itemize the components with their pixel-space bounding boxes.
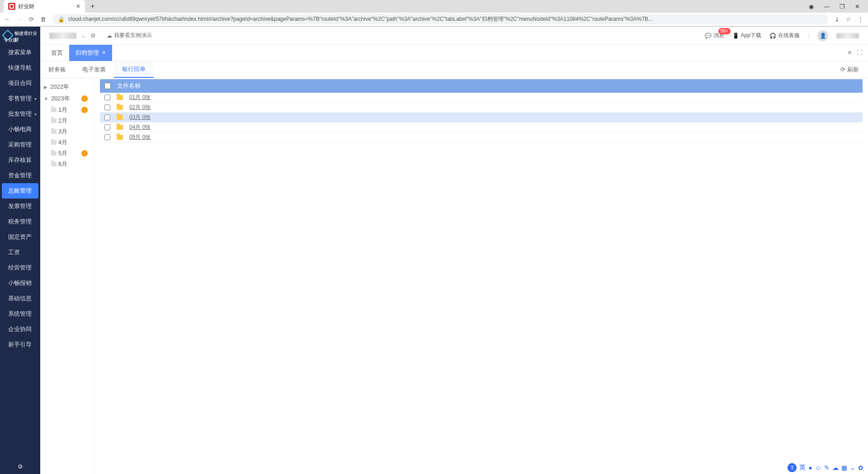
tab-close-icon[interactable]: ✕	[102, 50, 106, 56]
alert-badge: i	[81, 150, 88, 156]
file-link[interactable]: 05月 0张	[129, 133, 151, 141]
demo-link[interactable]: ☁ 我要看实例演示	[107, 32, 152, 39]
app-download-label: App下载	[741, 32, 761, 39]
table-row[interactable]: 01月 0张	[100, 93, 863, 103]
minimize-icon[interactable]: —	[824, 3, 830, 10]
file-link[interactable]: 02月 0张	[129, 104, 151, 111]
customer-service-button[interactable]: 🎧 在线客服	[769, 32, 800, 39]
sidebar-item[interactable]: 固定资产	[0, 229, 40, 245]
content: 首页 归档管理 ✕ ✕ ⛶ 财务账 电子发票 银行回单 ⟳ 刷新 ▶	[40, 45, 868, 474]
tree-month[interactable]: 3月	[40, 126, 94, 137]
phone-icon: 📱	[732, 33, 739, 39]
tab-home-label: 首页	[51, 49, 63, 57]
browser-tab[interactable]: 好业财 ✕	[4, 0, 85, 13]
chevron-down-icon: ▾	[34, 96, 37, 101]
sidebar-item[interactable]: 采购管理	[0, 137, 40, 152]
ime-dot-icon[interactable]: ●	[808, 464, 812, 471]
row-checkbox[interactable]	[104, 134, 110, 140]
select-all-checkbox[interactable]	[104, 83, 111, 89]
install-icon[interactable]: ⤓	[835, 16, 840, 23]
forward-icon[interactable]: →	[17, 16, 23, 23]
tree-month[interactable]: 2月	[40, 115, 94, 126]
ime-cloud-icon[interactable]: ☁	[832, 464, 839, 471]
address-bar: ← → ⟳ 🗑 🔒 cloud.chanjet.com/cc/u6d89qwnr…	[0, 13, 868, 26]
table-row[interactable]: 05月 0张	[100, 133, 863, 142]
back-icon[interactable]: ←	[5, 16, 10, 23]
table-row[interactable]: 02月 0张	[100, 103, 863, 113]
sidebar-item[interactable]: 项目合同	[0, 76, 40, 91]
trash-icon[interactable]: 🗑	[40, 16, 46, 23]
sidebar-item[interactable]: 经营管理	[0, 260, 40, 275]
new-tab-button[interactable]: +	[85, 2, 100, 10]
ime-grid-icon[interactable]: ▦	[841, 464, 847, 471]
tree-month[interactable]: 6月	[40, 159, 94, 170]
table-row[interactable]: 03月 0张	[100, 113, 863, 123]
sidebar-item[interactable]: 零售管理▾	[0, 91, 40, 106]
folder-icon	[117, 135, 123, 140]
messages-button[interactable]: 💬 消息 99+	[705, 32, 724, 39]
file-link[interactable]: 04月 0张	[129, 123, 151, 131]
folder-icon	[51, 129, 57, 134]
tab-home[interactable]: 首页	[45, 45, 69, 61]
sidebar-item[interactable]: 库存核算	[0, 152, 40, 168]
ime-down-icon[interactable]: ⌄	[850, 464, 855, 471]
refresh-button[interactable]: ⟳ 刷新	[831, 61, 868, 78]
org-selector[interactable]: ⌄ ⚙	[49, 32, 96, 39]
close-all-tabs-icon[interactable]: ✕	[847, 49, 852, 56]
tree-year-2022[interactable]: ▶ 2022年	[40, 81, 94, 93]
gear-icon[interactable]: ⚙	[90, 32, 96, 39]
sidebar-item[interactable]: 资金管理	[0, 168, 40, 183]
file-link[interactable]: 01月 0张	[129, 94, 151, 101]
sidebar-item[interactable]: 税务管理	[0, 214, 40, 229]
star-icon[interactable]: ☆	[846, 16, 851, 23]
sidebar-item[interactable]: 工资	[0, 245, 40, 260]
sidebar-item[interactable]: 系统管理	[0, 306, 40, 322]
avatar[interactable]: 👤	[817, 30, 828, 41]
sidebar-item[interactable]: 新手引导	[0, 337, 40, 352]
row-checkbox[interactable]	[104, 114, 110, 120]
sidebar-settings[interactable]: ⚙	[0, 459, 40, 474]
favicon-icon	[8, 3, 15, 10]
ime-pill[interactable]: 王	[788, 463, 797, 472]
tree-month[interactable]: 4月	[40, 137, 94, 148]
subtab-finance[interactable]: 财务账	[40, 61, 74, 78]
tree-month[interactable]: 1月i	[40, 104, 94, 115]
cloud-icon: ☁	[107, 33, 112, 39]
sidebar-item[interactable]: 快捷导航	[0, 60, 40, 76]
subtab-einvoice[interactable]: 电子发票	[74, 61, 114, 78]
sidebar-item[interactable]: 总账管理	[2, 183, 38, 199]
maximize-icon[interactable]: ❐	[840, 3, 845, 10]
incognito-icon[interactable]: ◉	[809, 3, 814, 10]
ime-smile-icon[interactable]: ☺	[815, 464, 821, 471]
row-checkbox[interactable]	[104, 104, 110, 110]
sidebar-item[interactable]: 搜索菜单	[0, 45, 40, 60]
tab-close-icon[interactable]: ✕	[76, 3, 80, 9]
table-row[interactable]: 04月 0张	[100, 123, 863, 133]
refresh-icon: ⟳	[840, 66, 845, 73]
tree-year-2023[interactable]: ▼ 2023年 i	[40, 93, 94, 104]
sidebar-item[interactable]: 基础信息	[0, 291, 40, 306]
headset-icon: 🎧	[769, 33, 776, 39]
sidebar-item[interactable]: 小畅电商	[0, 122, 40, 137]
row-checkbox[interactable]	[104, 95, 110, 100]
ime-gear-icon[interactable]: ✿	[858, 464, 863, 471]
ime-edit-icon[interactable]: ✎	[824, 464, 830, 471]
menu-icon[interactable]: ⋮	[858, 16, 863, 23]
app-download-button[interactable]: 📱 App下载	[732, 32, 761, 39]
file-link[interactable]: 03月 0张	[129, 114, 151, 121]
url-box[interactable]: 🔒 cloud.chanjet.com/cc/u6d89qwnryel/57bf…	[52, 14, 828, 24]
ime-lang[interactable]: 英	[799, 464, 806, 472]
tree-2023-label: 2023年	[51, 95, 70, 103]
sidebar-item[interactable]: 企业协同	[0, 322, 40, 337]
tree-month[interactable]: 5月i	[40, 148, 94, 159]
reload-icon[interactable]: ⟳	[29, 16, 34, 23]
sidebar-item[interactable]: 发票管理	[0, 199, 40, 214]
logo[interactable]: 畅捷通好业财 专业版	[0, 27, 40, 45]
close-window-icon[interactable]: ✕	[855, 3, 860, 10]
fullscreen-icon[interactable]: ⛶	[857, 49, 863, 56]
subtab-bank-receipt[interactable]: 银行回单	[114, 61, 154, 78]
sidebar-item[interactable]: 批发管理▾	[0, 106, 40, 122]
sidebar-item[interactable]: 小畅报销	[0, 275, 40, 291]
tab-archive[interactable]: 归档管理 ✕	[69, 45, 112, 61]
row-checkbox[interactable]	[104, 124, 110, 130]
